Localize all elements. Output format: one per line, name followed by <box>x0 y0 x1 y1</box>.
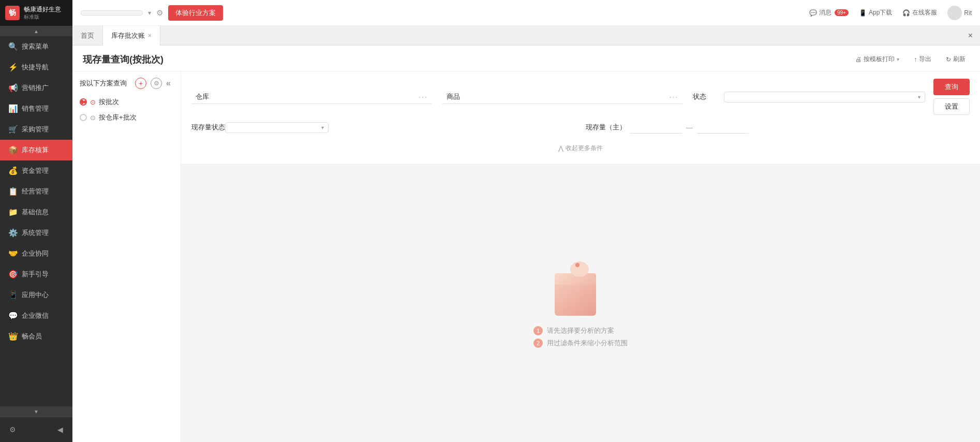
collapse-row[interactable]: ⋀ 收起更多条件 <box>191 140 970 157</box>
page-header-actions: 🖨 按模板打印 ▾ ↑ 导出 ↻ 刷新 <box>851 53 970 66</box>
inventory-status-select[interactable]: ▾ <box>225 122 329 133</box>
print-btn[interactable]: 🖨 按模板打印 ▾ <box>851 53 903 66</box>
enterprise-nav-icon: 🤝 <box>8 249 18 258</box>
print-dropdown-icon[interactable]: ▾ <box>897 56 899 62</box>
sidebar-item-search[interactable]: 🔍 搜索菜单 <box>0 36 72 57</box>
tab-home-label: 首页 <box>81 31 94 40</box>
sidebar-item-finance[interactable]: 💰 资金管理 <box>0 160 72 181</box>
empty-illustration <box>550 259 612 316</box>
empty-state: 1 请先选择要分析的方案 2 用过滤条件来缩小分析范围 <box>181 165 980 442</box>
print-icon: 🖨 <box>855 56 862 63</box>
tab-bar: 首页 库存批次账 × × <box>72 26 980 46</box>
scheme-collapse-btn[interactable]: « <box>166 79 171 88</box>
scheme-add-btn[interactable]: + <box>135 78 146 89</box>
wechat-nav-icon: 💬 <box>8 311 18 320</box>
sidebar-scroll-up[interactable]: ▲ <box>0 26 72 36</box>
scheme-settings-btn[interactable]: ⚙ <box>151 78 162 89</box>
inventory-qty-field: 现存量（主） — <box>586 121 970 134</box>
inventory-qty-label: 现存量（主） <box>586 123 626 132</box>
sidebar-item-basics[interactable]: 📁 基础信息 <box>0 202 72 223</box>
app-download-btn[interactable]: 📱 App下载 <box>859 8 892 17</box>
topbar-dropdown-icon[interactable]: ▾ <box>148 9 151 17</box>
hint-num-2: 2 <box>533 338 543 348</box>
sidebar-item-operations[interactable]: 📋 经营管理 <box>0 181 72 202</box>
tab-home[interactable]: 首页 <box>72 26 103 46</box>
print-label: 按模板打印 <box>864 55 895 64</box>
sidebar-item-shortcut[interactable]: ⚡ 快捷导航 <box>0 57 72 78</box>
scheme-option-warehouse-batch[interactable]: ⊙ 按仓库+批次 <box>80 110 173 125</box>
system-nav-label: 系统管理 <box>22 228 49 238</box>
goods-dots[interactable]: ··· <box>670 93 679 101</box>
sidebar-item-marketing[interactable]: 📢 营销推广 <box>0 78 72 98</box>
topbar-right: 💬 消息 99+ 📱 App下载 🎧 在线客服 Rit <box>809 6 972 20</box>
export-btn[interactable]: ↑ 导出 <box>910 53 936 66</box>
basics-nav-label: 基础信息 <box>22 208 49 217</box>
app-title: 畅康通好生意 <box>24 5 61 14</box>
tab-batch-account[interactable]: 库存批次账 × <box>103 26 160 46</box>
sidebar-item-enterprise[interactable]: 🤝 企业协同 <box>0 243 72 264</box>
query-btn[interactable]: 查询 <box>933 79 970 95</box>
right-panel: 仓库 ··· 商品 ··· 状态 <box>181 71 980 442</box>
sidebar-item-newbie[interactable]: 🎯 新手引导 <box>0 264 72 285</box>
message-badge: 99+ <box>835 9 849 16</box>
shortcut-nav-icon: ⚡ <box>8 63 18 72</box>
tab-batch-close[interactable]: × <box>148 32 152 39</box>
scheme-title: 按以下方案查询 <box>80 79 127 88</box>
empty-eye <box>575 263 580 267</box>
inventory-qty-max[interactable] <box>697 121 749 134</box>
sidebar-item-purchase[interactable]: 🛒 采购管理 <box>0 119 72 140</box>
member-nav-icon: 👑 <box>8 332 18 341</box>
hint-num-1: 1 <box>533 326 543 335</box>
apps-nav-icon: 📱 <box>8 290 18 300</box>
action-buttons: 查询 设置 <box>933 79 970 115</box>
refresh-btn[interactable]: ↻ 刷新 <box>942 53 970 66</box>
sidebar-item-inventory[interactable]: 📦 库存核算 <box>0 140 72 160</box>
search-nav-icon: 🔍 <box>8 42 18 51</box>
status-select[interactable]: ▾ <box>724 92 925 102</box>
sidebar-scroll-down[interactable]: ▼ <box>0 406 72 417</box>
newbie-nav-label: 新手引导 <box>22 270 49 279</box>
tab-batch-label: 库存批次账 <box>111 31 145 40</box>
sidebar-collapse-icon[interactable]: ◀ <box>53 422 67 437</box>
page-title: 现存量查询(按批次) <box>83 53 164 66</box>
inventory-qty-min[interactable] <box>630 121 682 134</box>
message-btn[interactable]: 💬 消息 99+ <box>809 8 849 17</box>
sidebar-item-sales[interactable]: 📊 销售管理 <box>0 98 72 119</box>
message-icon: 💬 <box>809 9 817 17</box>
sidebar-item-apps[interactable]: 📱 应用中心 <box>0 285 72 305</box>
sidebar-item-system[interactable]: ⚙️ 系统管理 <box>0 223 72 243</box>
refresh-label: 刷新 <box>953 55 966 64</box>
trial-btn[interactable]: 体验行业方案 <box>168 5 223 21</box>
app-edition: 标准版 <box>24 13 61 21</box>
empty-hint-1: 1 请先选择要分析的方案 <box>533 326 628 335</box>
topbar-gear-icon[interactable]: ⚙ <box>156 8 163 18</box>
export-label: 导出 <box>919 55 931 64</box>
sidebar-header: 畅 畅康通好生意 标准版 <box>0 0 72 26</box>
warehouse-field: 仓库 ··· <box>191 90 432 104</box>
settings-btn[interactable]: 设置 <box>933 98 970 115</box>
warehouse-label: 仓库 <box>196 92 227 101</box>
sidebar-item-member[interactable]: 👑 畅会员 <box>0 326 72 347</box>
scheme-options: ⊙ 按批次 ⊙ 按仓库+批次 <box>72 94 181 125</box>
online-service-btn[interactable]: 🎧 在线客服 <box>902 8 937 17</box>
app-download-label: App下载 <box>869 8 892 17</box>
user-area[interactable]: Rit <box>947 6 972 20</box>
wechat-nav-label: 企业微信 <box>22 311 49 320</box>
filter-row-1: 仓库 ··· 商品 ··· 状态 <box>191 79 970 115</box>
tab-bar-close-btn[interactable]: × <box>961 31 980 40</box>
hint-text-1: 请先选择要分析的方案 <box>547 326 614 335</box>
scheme-panel: 按以下方案查询 + ⚙ « ⊙ 按批次 ⊙ <box>72 71 181 442</box>
scheme-option-batch[interactable]: ⊙ 按批次 <box>80 94 173 110</box>
scheme-radio-batch <box>80 98 87 106</box>
marketing-nav-icon: 📢 <box>8 83 18 93</box>
sidebar-settings-icon[interactable]: ⚙ <box>5 422 20 437</box>
warehouse-dots[interactable]: ··· <box>419 93 428 101</box>
finance-nav-icon: 💰 <box>8 166 18 175</box>
apps-nav-label: 应用中心 <box>22 290 49 300</box>
user-name: Rit <box>964 9 972 17</box>
sidebar-item-wechat[interactable]: 💬 企业微信 <box>0 305 72 326</box>
hint-text-2: 用过滤条件来缩小分析范围 <box>547 338 628 348</box>
filter-area: 仓库 ··· 商品 ··· 状态 <box>181 71 980 165</box>
status-dropdown-icon: ▾ <box>918 94 920 100</box>
goods-field: 商品 ··· <box>442 90 683 104</box>
